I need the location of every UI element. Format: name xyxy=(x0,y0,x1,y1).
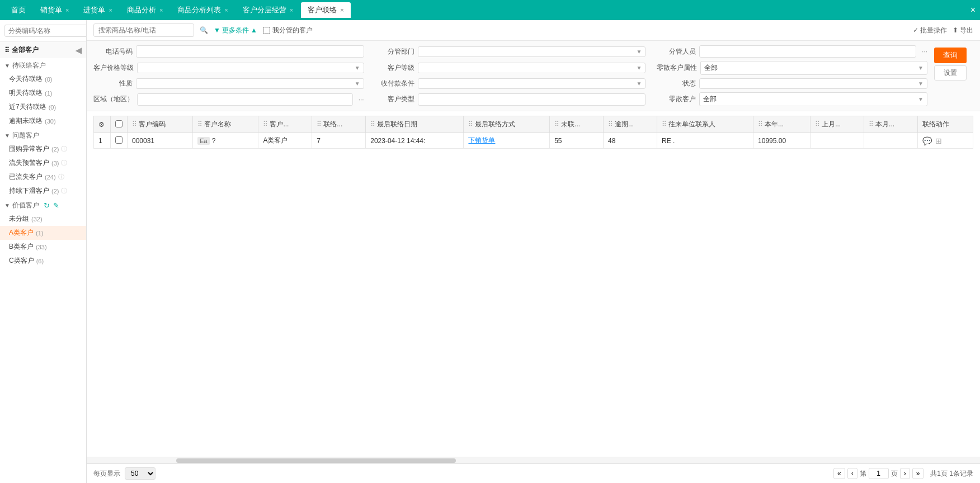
scrollbar-thumb[interactable] xyxy=(176,458,456,463)
next-page-button[interactable]: › xyxy=(900,468,910,479)
scatter-attr-select[interactable]: 全部 ▼ xyxy=(700,61,927,75)
person-input[interactable] xyxy=(699,45,916,58)
sidebar-item-overdue-contact[interactable]: 逾期未联络 (30) xyxy=(0,114,86,128)
export-button[interactable]: ⬆ 导出 xyxy=(953,26,973,35)
customer-level-select[interactable]: ▼ xyxy=(418,63,646,73)
payment-select[interactable]: ▼ xyxy=(418,78,646,89)
sidebar-item-declining[interactable]: 持续下滑客户 (2) ⓘ xyxy=(0,184,86,198)
tab-sales[interactable]: 销货单 × xyxy=(34,2,76,18)
close-purchase-icon[interactable]: × xyxy=(109,7,112,13)
query-button[interactable]: 查询 xyxy=(934,48,967,63)
select-all-checkbox[interactable] xyxy=(115,120,123,127)
close-customer-contact-icon[interactable]: × xyxy=(340,7,343,13)
last-page-button[interactable]: » xyxy=(912,468,924,479)
phone-input[interactable] xyxy=(136,45,364,58)
sidebar-search-input[interactable] xyxy=(4,25,87,37)
refresh-value-icon[interactable]: ↻ xyxy=(44,201,50,210)
tab-purchase[interactable]: 进货单 × xyxy=(77,2,119,18)
first-page-button[interactable]: « xyxy=(833,468,845,479)
my-customers-check[interactable] xyxy=(263,27,270,34)
last-contact-method-cell[interactable]: 下销货单 xyxy=(464,133,550,149)
close-product-list-icon[interactable]: × xyxy=(224,7,228,13)
page-number-input[interactable] xyxy=(869,468,889,479)
price-level-select[interactable]: ▼ xyxy=(137,63,364,73)
th-this-month[interactable]: ⠿本月... xyxy=(864,116,918,133)
th-gear[interactable]: ⚙ xyxy=(94,116,111,133)
sidebar-item-week-contact[interactable]: 近7天待联络 (0) xyxy=(0,100,86,114)
info-declining-icon[interactable]: ⓘ xyxy=(61,187,67,195)
scatter-select[interactable]: 全部 ▼ xyxy=(699,92,927,106)
close-product-analysis-icon[interactable]: × xyxy=(159,7,163,13)
sidebar-item-b-class[interactable]: B类客户 (33) xyxy=(0,240,86,254)
customer-type-input[interactable] xyxy=(418,93,646,106)
home-label: 首页 xyxy=(11,5,26,15)
grid-action-icon[interactable]: ⊞ xyxy=(935,136,942,145)
th-check[interactable] xyxy=(111,116,128,133)
contact-method-link[interactable]: 下销货单 xyxy=(468,136,495,144)
tab-customer-contact[interactable]: 客户联络 × xyxy=(301,2,350,18)
batch-op-button[interactable]: ✓ 批量操作 xyxy=(913,26,947,35)
pending-contact-group[interactable]: ▼ 待联络客户 xyxy=(0,58,86,72)
sidebar-item-churn-warning[interactable]: 流失预警客户 (3) ⓘ xyxy=(0,156,86,170)
filter-row-1: 电话号码 分管部门 ▼ 分管人员 xyxy=(93,45,927,58)
all-customers-header[interactable]: ⠿ 全部客户 ◀ xyxy=(0,42,86,58)
sidebar-item-c-class[interactable]: C类客户 (6) xyxy=(0,254,86,268)
th-name[interactable]: ⠿客户名称 xyxy=(193,116,258,133)
check-cell[interactable] xyxy=(111,133,128,149)
th-overdue[interactable]: ⠿逾期... xyxy=(604,116,657,133)
sidebar-item-unclassified[interactable]: 未分组 (32) xyxy=(0,212,86,226)
sidebar-item-abnormal[interactable]: 囤购异常客户 (2) ⓘ xyxy=(0,142,86,156)
status-select[interactable]: ▼ xyxy=(699,78,927,89)
sidebar-item-churned[interactable]: 已流失客户 (24) ⓘ xyxy=(0,170,86,184)
horizontal-scrollbar[interactable] xyxy=(87,457,980,463)
total-pages-label: 页 xyxy=(891,469,898,479)
sidebar-item-tomorrow-contact[interactable]: 明天待联络 (1) xyxy=(0,86,86,100)
my-customers-checkbox[interactable]: 我分管的客户 xyxy=(263,26,313,35)
problem-customers-group[interactable]: ▼ 问题客户 xyxy=(0,128,86,142)
more-filters-button[interactable]: ▼ 更多条件 ▲ xyxy=(214,26,257,35)
tab-home[interactable]: 首页 xyxy=(4,2,32,18)
advanced-filter-panel: 电话号码 分管部门 ▼ 分管人员 xyxy=(87,41,980,111)
page-size-select[interactable]: 50 100 200 xyxy=(125,467,156,480)
th-customer-type[interactable]: ⠿客户... xyxy=(258,116,312,133)
sidebar-item-today-contact[interactable]: 今天待联络 (0) xyxy=(0,72,86,86)
churn-warning-count: (3) xyxy=(51,160,59,167)
nature-select[interactable]: ▼ xyxy=(136,78,364,89)
th-last-month[interactable]: ⠿上月... xyxy=(811,116,864,133)
tab-customer-tier[interactable]: 客户分层经营 × xyxy=(236,2,300,18)
nature-label: 性质 xyxy=(93,79,133,88)
row-checkbox[interactable] xyxy=(115,136,123,144)
more-filters-label: 更多条件 xyxy=(222,26,249,35)
person-dots-icon[interactable]: ··· xyxy=(922,48,927,55)
sidebar-item-a-class[interactable]: A类客户 (1) xyxy=(0,226,86,240)
th-code[interactable]: ⠿客户编码 xyxy=(128,116,193,133)
region-input[interactable] xyxy=(137,93,353,106)
region-dots-icon[interactable]: ··· xyxy=(359,96,364,103)
main-search-input[interactable] xyxy=(93,23,194,37)
tab-product-list[interactable]: 商品分析列表 × xyxy=(171,2,234,18)
th-contact[interactable]: ⠿联络... xyxy=(312,116,366,133)
tab-product-analysis[interactable]: 商品分析 × xyxy=(120,2,169,18)
th-last-contact-date[interactable]: ⠿最后联络日期 xyxy=(366,116,464,133)
name-text: ? xyxy=(212,137,216,145)
value-customers-group[interactable]: ▼ 价值客户 ↻ ✎ xyxy=(0,198,86,212)
search-btn-icon[interactable]: 🔍 xyxy=(200,26,208,34)
prev-page-button[interactable]: ‹ xyxy=(847,468,858,479)
price-level-label: 客户价格等级 xyxy=(93,63,134,73)
th-last-contact-method[interactable]: ⠿最后联络方式 xyxy=(464,116,550,133)
close-window-button[interactable]: × xyxy=(970,5,976,15)
info-abnormal-icon[interactable]: ⓘ xyxy=(61,145,67,153)
info-churn-warning-icon[interactable]: ⓘ xyxy=(61,159,67,167)
filter-nature: 性质 ▼ xyxy=(93,78,364,89)
message-action-icon[interactable]: 💬 xyxy=(922,136,932,145)
edit-value-icon[interactable]: ✎ xyxy=(53,201,59,210)
th-this-year[interactable]: ⠿本年... xyxy=(753,116,811,133)
info-churned-icon[interactable]: ⓘ xyxy=(58,173,64,181)
th-contact-person[interactable]: ⠿往来单位联系人 xyxy=(657,116,753,133)
collapse-sidebar-icon[interactable]: ◀ xyxy=(76,46,82,55)
th-not-contacted[interactable]: ⠿未联... xyxy=(550,116,604,133)
close-sales-icon[interactable]: × xyxy=(65,7,69,13)
close-customer-tier-icon[interactable]: × xyxy=(290,7,293,13)
settings-button[interactable]: 设置 xyxy=(934,65,967,80)
dept-select[interactable]: ▼ xyxy=(418,46,646,57)
